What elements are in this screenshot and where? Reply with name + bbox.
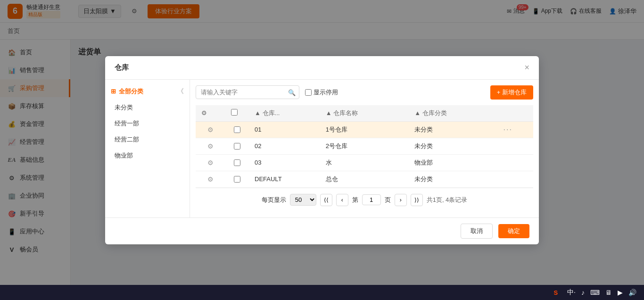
music-icon[interactable]: ♪ — [581, 289, 585, 296]
all-category-item[interactable]: ⊞ 全部分类 — [111, 87, 143, 96]
th-name: ▲ 仓库名称 — [320, 105, 409, 122]
row-code-3: 03 — [249, 154, 320, 171]
gear-cell[interactable]: ⚙ — [196, 171, 225, 187]
row-gear-icon[interactable]: ⚙ — [207, 175, 214, 183]
monitor-icon[interactable]: 🖥 — [605, 289, 612, 296]
gear-cell[interactable]: ⚙ — [196, 154, 225, 171]
table-row: ⚙ 01 1号仓库 未分类 ··· — [196, 121, 533, 138]
search-input-wrap: 🔍 — [196, 85, 299, 99]
page-unit: 页 — [385, 196, 391, 204]
row-checkbox-2[interactable] — [234, 143, 240, 150]
checkbox-cell-4 — [225, 171, 249, 187]
bottom-bar: S 中· ♪ ⌨ 🖥 ▶ 🔊 — [0, 285, 644, 300]
search-icon[interactable]: 🔍 — [288, 89, 296, 96]
gear-cell[interactable]: ⚙ — [196, 121, 225, 138]
last-page-button[interactable]: ⟩⟩ — [411, 194, 423, 206]
checkbox-cell-3 — [225, 154, 249, 171]
checkbox-cell-2 — [225, 138, 249, 154]
pagination-bar: 每页显示 50 100 200 ⟨⟨ ‹ 第 页 › ⟩⟩ 共1页, 4条记录 — [196, 188, 533, 212]
table-row: ⚙ 02 2号仓库 未分类 — [196, 138, 533, 154]
total-info: 共1页, 4条记录 — [427, 196, 468, 204]
row-name-4: 总仓 — [320, 171, 409, 187]
warehouse-modal: 仓库 × ⊞ 全部分类 《 未分类 经营一部 经营二部 物业部 — [105, 56, 539, 244]
category-item-ops2[interactable]: 经营二部 — [105, 132, 190, 148]
row-actions-3 — [498, 154, 533, 171]
first-page-button[interactable]: ⟨⟨ — [320, 194, 332, 206]
row-code-1: 01 — [249, 121, 320, 138]
category-panel: ⊞ 全部分类 《 未分类 经营一部 经营二部 物业部 — [105, 80, 190, 217]
keyboard-icon[interactable]: ⌨ — [590, 289, 600, 296]
checkbox-cell-1 — [225, 121, 249, 138]
th-code: ▲ 仓库... — [249, 105, 320, 122]
cancel-button[interactable]: 取消 — [461, 224, 493, 239]
lang-icon[interactable]: 中· — [567, 288, 576, 297]
per-page-label: 每页显示 — [262, 196, 286, 204]
modal-title: 仓库 — [115, 63, 129, 72]
show-disabled-checkbox[interactable] — [305, 89, 312, 96]
row-checkbox-3[interactable] — [234, 159, 240, 166]
th-checkbox — [225, 105, 249, 122]
gear-header-icon: ⚙ — [201, 109, 207, 117]
table-row: ⚙ 03 水 物业部 — [196, 154, 533, 171]
volume-icon[interactable]: 🔊 — [628, 289, 636, 296]
gear-cell[interactable]: ⚙ — [196, 138, 225, 154]
play-icon[interactable]: ▶ — [618, 289, 623, 296]
th-gear: ⚙ — [196, 105, 225, 122]
row-checkbox-4[interactable] — [234, 176, 240, 183]
row-code-2: 02 — [249, 138, 320, 154]
category-item-none[interactable]: 未分类 — [105, 100, 190, 116]
category-item-property[interactable]: 物业部 — [105, 148, 190, 164]
select-all-checkbox[interactable] — [231, 109, 238, 116]
row-actions-1: ··· — [498, 121, 533, 138]
category-item-ops1[interactable]: 经营一部 — [105, 116, 190, 132]
page-label-text: 第 — [352, 196, 358, 204]
modal-body: ⊞ 全部分类 《 未分类 经营一部 经营二部 物业部 🔍 — [105, 80, 539, 217]
modal-overlay: 仓库 × ⊞ 全部分类 《 未分类 经营一部 经营二部 物业部 — [0, 0, 644, 300]
table-toolbar: 🔍 显示停用 + 新增仓库 — [196, 85, 533, 100]
modal-header: 仓库 × — [105, 56, 539, 80]
next-page-button[interactable]: › — [395, 194, 407, 206]
table-row: ⚙ DEFAULT 总仓 未分类 — [196, 171, 533, 187]
per-page-select[interactable]: 50 100 200 — [290, 194, 316, 206]
page-number-input[interactable] — [362, 194, 381, 205]
confirm-button[interactable]: 确定 — [498, 224, 529, 238]
row-gear-icon[interactable]: ⚙ — [207, 126, 214, 133]
row-code-4: DEFAULT — [249, 171, 320, 187]
warehouse-table: ⚙ ▲ 仓库... ▲ 仓库名称 — [196, 105, 533, 188]
row-actions-4 — [498, 171, 533, 187]
row-actions-2 — [498, 138, 533, 154]
row-gear-icon[interactable]: ⚙ — [207, 159, 214, 167]
search-input[interactable] — [196, 85, 299, 99]
modal-close-button[interactable]: × — [524, 63, 529, 73]
category-header: ⊞ 全部分类 《 — [105, 83, 190, 100]
modal-footer: 取消 确定 — [105, 217, 539, 244]
row-category-3: 物业部 — [409, 154, 497, 171]
row-name-2: 2号仓库 — [320, 138, 409, 154]
prev-page-button[interactable]: ‹ — [336, 194, 348, 206]
row-action-dots[interactable]: ··· — [504, 125, 512, 133]
table-panel: 🔍 显示停用 + 新增仓库 ⚙ — [190, 80, 539, 217]
row-category-2: 未分类 — [409, 138, 497, 154]
th-category: ▲ 仓库分类 — [409, 105, 497, 122]
grid-icon: ⊞ — [111, 88, 116, 95]
row-category-1: 未分类 — [409, 121, 497, 138]
show-disabled-label[interactable]: 显示停用 — [305, 88, 338, 97]
row-name-3: 水 — [320, 154, 409, 171]
add-warehouse-button[interactable]: + 新增仓库 — [490, 85, 533, 100]
row-category-4: 未分类 — [409, 171, 497, 187]
th-actions — [498, 105, 533, 122]
row-gear-icon[interactable]: ⚙ — [207, 142, 214, 150]
collapse-button[interactable]: 《 — [177, 87, 184, 96]
table-body: ⚙ 01 1号仓库 未分类 ··· ⚙ 02 2号仓库 — [196, 121, 533, 187]
brand-s-icon: S — [553, 289, 558, 296]
table-header-row: ⚙ ▲ 仓库... ▲ 仓库名称 — [196, 105, 533, 122]
row-checkbox-1[interactable] — [234, 126, 240, 133]
row-name-1: 1号仓库 — [320, 121, 409, 138]
